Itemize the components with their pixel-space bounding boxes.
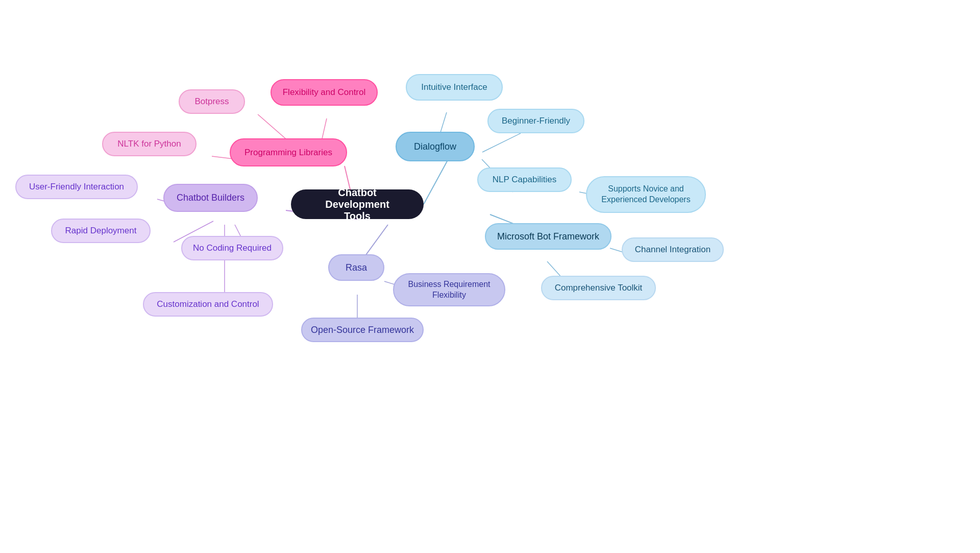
channel-integration-node: Channel Integration (622, 237, 724, 262)
customization-node: Customization and Control (143, 292, 273, 317)
center-node: Chatbot Development Tools (291, 189, 424, 219)
programming-libraries-node: Programming Libraries (230, 138, 347, 166)
no-coding-node: No Coding Required (181, 236, 283, 260)
comprehensive-toolkit-node: Comprehensive Toolkit (541, 276, 656, 300)
open-source-node: Open-Source Framework (301, 318, 424, 342)
business-requirement-node: Business Requirement Flexibility (393, 273, 505, 306)
dialogflow-node: Dialogflow (396, 132, 475, 161)
beginner-friendly-node: Beginner-Friendly (487, 109, 584, 133)
chatbot-builders-node: Chatbot Builders (163, 184, 258, 212)
rapid-deployment-node: Rapid Deployment (51, 219, 151, 243)
intuitive-interface-node: Intuitive Interface (406, 74, 503, 101)
rasa-node: Rasa (328, 254, 384, 281)
supports-novice-label: Supports Novice and Experienced Develope… (587, 184, 705, 205)
botpress-node: Botpress (179, 89, 245, 114)
nlp-capabilities-node: NLP Capabilities (477, 167, 572, 192)
svg-line-9 (424, 159, 448, 204)
microsoft-bot-node: Microsoft Bot Framework (485, 223, 611, 250)
flexibility-control-node: Flexibility and Control (271, 79, 378, 106)
nltk-python-node: NLTK for Python (102, 132, 197, 156)
business-requirement-label: Business Requirement Flexibility (394, 279, 504, 301)
user-friendly-node: User-Friendly Interaction (15, 175, 138, 199)
svg-line-11 (482, 133, 521, 152)
supports-novice-node: Supports Novice and Experienced Develope… (586, 176, 706, 213)
